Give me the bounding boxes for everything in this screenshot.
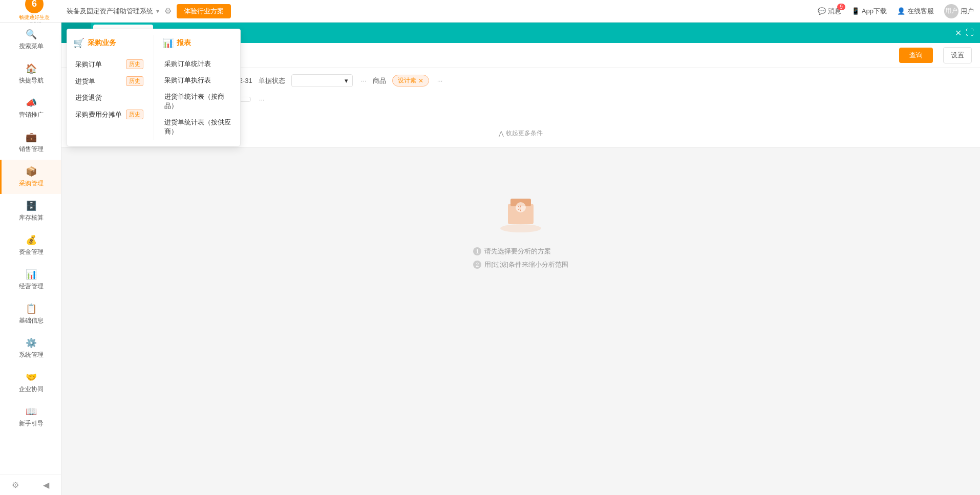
query-button[interactable]: 查询	[899, 48, 933, 63]
empty-state: :( 1 请先选择要分析的方案 2 用[过滤]条件来缩小分析范围	[61, 147, 980, 312]
report-menu-title: 📊 报表	[162, 35, 235, 51]
history-badge-1: 历史	[126, 76, 143, 86]
sidebar-bottom: ⚙ ◀	[0, 475, 61, 495]
menu-item-report-2[interactable]: 采购订单执行表	[162, 72, 235, 89]
report-menu-col: 📊 报表 采购订单统计表 采购订单执行表 进货单统计表（按商品） 进货单统计表（…	[156, 35, 241, 140]
tab-bar-close-icon[interactable]: ✕	[955, 28, 962, 38]
goods-label: 商品	[373, 76, 386, 85]
tab-bar-expand-icon[interactable]: ⛶	[966, 28, 974, 37]
order-status-label: 单据状态	[259, 76, 285, 85]
tip-number-1: 1	[473, 247, 481, 255]
collapse-icon: ⋀	[499, 130, 504, 137]
messages-button[interactable]: 💬 消息 9	[818, 7, 841, 16]
sidebar-item-inventory[interactable]: 🗄️ 库存核算	[0, 194, 61, 228]
sidebar-item-cooperation[interactable]: 🤝 企业协同	[0, 365, 61, 400]
sidebar-settings-button[interactable]: ⚙	[12, 480, 19, 490]
headset-icon: 👤	[897, 7, 905, 15]
user-avatar-button[interactable]: 用户 用户	[944, 4, 974, 18]
finance-icon: 💰	[26, 234, 37, 246]
system-icon: ⚙️	[26, 337, 37, 349]
chevron-down-icon: ▾	[345, 77, 348, 84]
purchase-menu-title: 🛒 采购业务	[73, 35, 145, 51]
sidebar-item-operations[interactable]: 📊 经营管理	[0, 263, 61, 297]
sidebar-item-marketing[interactable]: 📣 营销推广	[0, 91, 61, 125]
app-container: 6 畅捷通好生意 标准版 装备及固定资产辅助管理系统 ▾ ⚙ 体验行业方案 💬 …	[0, 0, 980, 495]
purchase-dropdown-menu: 🛒 采购业务 采购订单 历史 进货单 历史 进货退货 采购费用分摊单 历史	[67, 29, 241, 146]
top-bar-right: 💬 消息 9 📱 App下载 👤 在线客服 用户 用户	[818, 4, 974, 18]
menu-col-divider	[154, 35, 154, 140]
menu-item-report-1[interactable]: 采购订单统计表	[162, 56, 235, 72]
menu-item-return[interactable]: 进货退货	[73, 90, 145, 106]
tab-bar-right: ✕ ⛶	[955, 28, 980, 38]
settings-gear-button[interactable]: ⚙	[164, 6, 172, 16]
system-title: 装备及固定资产辅助管理系统 ▾ ⚙	[67, 6, 172, 16]
message-icon: 💬	[818, 7, 826, 15]
inventory-icon: 🗄️	[26, 200, 37, 211]
messages-badge: 9	[837, 4, 845, 10]
logo-icon: 6	[25, 0, 44, 13]
sidebar-collapse-button[interactable]: ◀	[43, 480, 49, 490]
app-download-button[interactable]: 📱 App下载	[851, 7, 887, 16]
menu-item-expense[interactable]: 采购费用分摊单 历史	[73, 106, 145, 123]
salesman-dots[interactable]: ···	[259, 96, 265, 103]
menu-item-report-4[interactable]: 进货单统计表（按供应商）	[162, 114, 235, 140]
online-service-button[interactable]: 👤 在线客服	[897, 7, 934, 16]
history-badge-0: 历史	[126, 59, 143, 69]
empty-tips: 1 请先选择要分析的方案 2 用[过滤]条件来缩小分析范围	[473, 245, 568, 271]
system-dropdown-button[interactable]: ▾	[156, 8, 159, 15]
tip-number-2: 2	[473, 261, 481, 269]
purchase-menu-icon: 🛒	[73, 37, 84, 49]
order-status-dots[interactable]: ···	[361, 77, 367, 84]
basic-info-icon: 📋	[26, 303, 37, 314]
avatar: 用户	[944, 4, 958, 18]
operations-icon: 📊	[26, 269, 37, 280]
cooperation-icon: 🤝	[26, 372, 37, 383]
sidebar-item-basic-info[interactable]: 📋 基础信息	[0, 297, 61, 331]
svg-text::(: :(	[518, 204, 521, 211]
history-badge-3: 历史	[126, 110, 143, 119]
phone-icon: 📱	[851, 7, 860, 15]
industry-solution-button[interactable]: 体验行业方案	[177, 4, 231, 18]
sidebar: 🔍 搜索菜单 🏠 快捷导航 📣 营销推广 💼 销售管理 📦 采购管理 🗄️	[0, 23, 61, 495]
settings-button[interactable]: 设置	[943, 47, 972, 63]
goods-chip-close[interactable]: ✕	[418, 77, 423, 84]
sidebar-item-system[interactable]: ⚙️ 系统管理	[0, 331, 61, 365]
sidebar-item-guide[interactable]: 📖 新手引导	[0, 400, 61, 434]
empty-illustration: :(	[495, 188, 546, 234]
menu-item-inbound[interactable]: 进货单 历史	[73, 73, 145, 90]
menu-item-purchase-order[interactable]: 采购订单 历史	[73, 56, 145, 73]
goods-dots[interactable]: ···	[437, 77, 443, 84]
order-status-select[interactable]: ▾	[291, 74, 353, 87]
marketing-icon: 📣	[26, 97, 37, 109]
sidebar-item-purchase[interactable]: 📦 采购管理	[0, 160, 61, 194]
sales-icon: 💼	[26, 132, 37, 143]
purchase-menu-col: 🛒 采购业务 采购订单 历史 进货单 历史 进货退货 采购费用分摊单 历史	[67, 35, 152, 140]
home-icon: 🏠	[26, 63, 37, 74]
search-icon: 🔍	[26, 29, 37, 40]
goods-chip: 设计素 ✕	[392, 75, 429, 87]
guide-icon: 📖	[26, 406, 37, 417]
menu-item-report-3[interactable]: 进货单统计表（按商品）	[162, 89, 235, 114]
report-menu-icon: 📊	[162, 37, 174, 49]
system-title-text: 装备及固定资产辅助管理系统	[67, 7, 153, 16]
svg-point-0	[500, 224, 541, 232]
sidebar-item-quick-nav[interactable]: 🏠 快捷导航	[0, 57, 61, 91]
sidebar-item-finance[interactable]: 💰 资金管理	[0, 228, 61, 263]
top-bar: 6 畅捷通好生意 标准版 装备及固定资产辅助管理系统 ▾ ⚙ 体验行业方案 💬 …	[0, 0, 980, 23]
purchase-icon: 📦	[26, 166, 37, 177]
sidebar-item-search-menu[interactable]: 🔍 搜索菜单	[0, 23, 61, 57]
sidebar-item-sales[interactable]: 💼 销售管理	[0, 125, 61, 160]
logo-text: 畅捷通好生意	[19, 14, 50, 21]
